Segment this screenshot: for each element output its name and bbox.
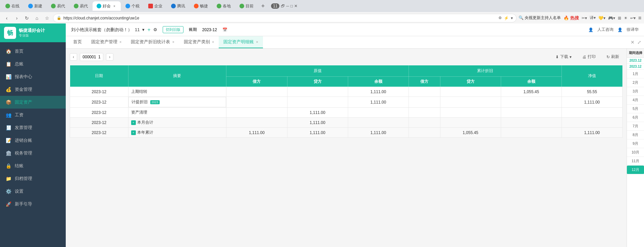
month-item-11[interactable]: 11月 — [627, 157, 644, 166]
translate-icon[interactable]: 译▾ — [590, 15, 596, 21]
sidebar-item-archive[interactable]: 📁 归档管理 — [0, 172, 66, 185]
restore-btn[interactable]: 🗗 — [281, 4, 285, 8]
tab-fixed-assets-mgmt[interactable]: 固定资产管理 × — [87, 36, 126, 48]
brightness-icon[interactable]: ☀ — [624, 16, 628, 20]
month-item-1[interactable]: 1月 — [627, 70, 644, 78]
dropdown-icon[interactable]: ▾ — [511, 16, 513, 20]
download-button[interactable]: ⬇ 下载 ▾ — [552, 53, 575, 61]
sidebar-item-home[interactable]: 🏠 首页 — [0, 45, 66, 58]
refresh-button[interactable]: ↻ 刷新 — [603, 53, 623, 61]
minimize-btn[interactable]: ─ — [286, 4, 289, 8]
refresh-button[interactable]: ↻ — [23, 14, 31, 22]
site-info-icon[interactable]: ⚙ — [498, 16, 502, 20]
reports-icon: 📊 — [5, 74, 11, 80]
dropdown-arrow-icon[interactable]: ▾ — [142, 27, 145, 32]
month-item-3[interactable]: 3月 — [627, 87, 644, 96]
sidebar-item-payroll[interactable]: 👥 工资 — [0, 109, 66, 121]
month-item-12[interactable]: 12月 — [627, 166, 644, 174]
home-button[interactable]: ⌂ — [33, 14, 41, 22]
customer-service-label[interactable]: 人工咨询 — [597, 27, 613, 33]
tab-fixed-assets-detail[interactable]: 固定资产明细账 × — [219, 36, 263, 48]
game-icon[interactable]: 🎮▾ — [608, 16, 615, 20]
tab-fixed-assets-category[interactable]: 固定资产类别 × — [179, 36, 219, 48]
sidebar-header: 畅 畅捷通好会计 专业版 — [0, 23, 66, 42]
tax-icon: 🏛️ — [5, 150, 11, 156]
invoices-icon: 🧾 — [5, 125, 11, 131]
month-item-4[interactable]: 4月 — [627, 96, 644, 105]
month-item-5[interactable]: 5月 — [627, 105, 644, 113]
month-item-7[interactable]: 7月 — [627, 122, 644, 131]
month-item-8[interactable]: 8月 — [627, 131, 644, 139]
sidebar-item-purchase-sales[interactable]: 📝 进销台账 — [0, 134, 66, 147]
maximize-btn[interactable]: □ — [290, 4, 293, 8]
next-page-button[interactable]: › — [106, 53, 113, 61]
history-icon[interactable]: ↩▾ — [630, 16, 636, 20]
tab-close-icon[interactable]: × — [212, 40, 214, 44]
collapse-panel-icon[interactable]: ✕ — [631, 40, 635, 45]
month-item-6[interactable]: 6月 — [627, 113, 644, 122]
sidebar-item-guide[interactable]: 🚀 新手引导 — [0, 198, 66, 210]
tab-close-icon[interactable]: × — [256, 40, 258, 44]
settings-gear-icon[interactable]: ⚙ — [153, 27, 157, 32]
prev-page-button[interactable]: ‹ — [70, 53, 77, 61]
sidebar-item-fixed-assets[interactable]: 📦 固定资产 — [0, 96, 66, 109]
browser-tab-5[interactable]: 好会 × — [93, 1, 121, 11]
search-hint: 🔍 央视更新主持人名单 — [519, 15, 561, 21]
period-end-date[interactable]: 2023.12 — [627, 64, 644, 70]
tab-depreciation-stats[interactable]: 固定资产折旧统计表 × — [126, 36, 179, 48]
expand-panel-icon[interactable]: ⤢ — [637, 40, 641, 45]
close-window-btn[interactable]: ✕ — [294, 4, 298, 8]
sidebar-item-tax[interactable]: 🏛️ 税务管理 — [0, 147, 66, 160]
browser-tab-3[interactable]: 易代 — [47, 1, 69, 11]
tab-close-icon[interactable]: × — [119, 40, 121, 44]
back-button[interactable]: ‹ — [3, 14, 11, 22]
forward-button[interactable]: › — [13, 14, 21, 22]
sidebar-item-reports[interactable]: 📊 报表中心 — [0, 70, 66, 83]
bookmark-button[interactable]: ☆ — [43, 14, 51, 22]
sidebar-item-invoices[interactable]: 🧾 发票管理 — [0, 121, 66, 134]
table-body: 2023-12 上期结转 1,111.00 1,055.45 55.55 — [70, 87, 623, 138]
tab-home[interactable]: 首页 — [68, 36, 87, 48]
tab-close-icon[interactable]: × — [112, 4, 117, 8]
cut-icon[interactable]: ✂︎▾ — [582, 16, 587, 20]
month-item-10[interactable]: 10月 — [627, 148, 644, 157]
period-start-date[interactable]: 2023.12 — [627, 58, 644, 64]
print-button[interactable]: 🖨 打印 — [579, 53, 599, 61]
cell-debit-1 — [226, 87, 287, 97]
browser-tab-10[interactable]: 各地 — [213, 1, 235, 11]
browser-tab-4[interactable]: 易代 — [70, 1, 92, 11]
sidebar-item-closing[interactable]: 🔒 结账 — [0, 160, 66, 172]
sidebar-item-settings[interactable]: ⚙️ 设置 — [0, 185, 66, 198]
cell-debit-2 — [409, 87, 440, 97]
browser-tab-2[interactable]: 新建 — [24, 1, 46, 11]
browser-tab-9[interactable]: 畅捷 — [190, 1, 212, 11]
wallet-icon[interactable]: 💛▾ — [598, 16, 605, 20]
fixed-assets-icon: 📦 — [5, 99, 11, 105]
layout-icon[interactable]: ⊞ — [618, 16, 621, 20]
sidebar-item-label: 固定资产 — [15, 99, 32, 105]
menu-icon[interactable]: ≡ — [638, 15, 641, 21]
browser-tab-7[interactable]: 企业 — [144, 1, 166, 11]
month-item-2[interactable]: 2月 — [627, 78, 644, 87]
browser-tab-8[interactable]: 腾讯 — [167, 1, 189, 11]
new-tab-button[interactable]: + — [258, 1, 268, 11]
browser-tab-6[interactable]: 个税 — [121, 1, 144, 11]
switch-version-button[interactable]: 切到旧版 — [163, 26, 183, 33]
address-bar[interactable]: 🔒 https://cloud.chanjet.com/accounting/u… — [53, 14, 517, 22]
browser-tab-1[interactable]: 在线 — [1, 1, 23, 11]
sidebar-item-funds[interactable]: 💰 资金管理 — [0, 83, 66, 96]
cell-balance-1 — [348, 108, 409, 118]
browser-tab-11[interactable]: 目前 — [235, 1, 258, 11]
month-item-9[interactable]: 9月 — [627, 139, 644, 148]
lightning-icon[interactable]: ⚡ — [504, 16, 509, 20]
cell-balance-1: 1,111.00 — [348, 97, 409, 108]
cell-balance-2: 1,055.45 — [501, 87, 561, 97]
page-input[interactable] — [80, 53, 103, 61]
calendar-icon[interactable]: 📅 — [222, 27, 227, 32]
tab-label: 在线 — [11, 3, 19, 9]
user-name[interactable]: 徐译华 — [627, 27, 639, 33]
browser-tab-bar: 在线 新建 易代 易代 好会 × 个税 企业 腾讯 — [0, 0, 644, 12]
sidebar-item-ledger[interactable]: 📋 总账 — [0, 58, 66, 70]
tab-close-icon[interactable]: × — [172, 40, 174, 44]
add-account-btn[interactable]: + — [147, 27, 150, 33]
